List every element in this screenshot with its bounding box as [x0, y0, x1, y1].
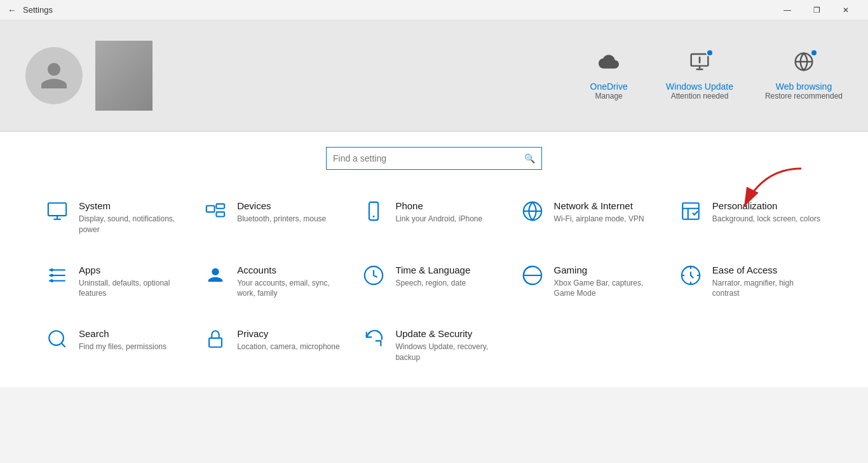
browsing-badge — [810, 49, 818, 57]
svg-point-17 — [51, 269, 53, 271]
header-shortcuts: OneDrive Manage Windows Update Attention… — [583, 52, 843, 100]
setting-item-ease[interactable]: Ease of Access Narrator, magnifier, high… — [672, 253, 830, 311]
ease-icon — [679, 265, 702, 286]
time-icon — [362, 265, 385, 286]
setting-title-update-security: Update & Security — [395, 328, 505, 339]
devices-icon — [204, 200, 227, 222]
setting-item-network[interactable]: Network & Internet Wi-Fi, airplane mode,… — [513, 189, 672, 247]
setting-title-ease: Ease of Access — [712, 265, 822, 275]
setting-title-phone: Phone — [395, 200, 482, 211]
setting-title-time: Time & Language — [395, 265, 470, 275]
profile-image — [95, 41, 153, 111]
minimize-button[interactable]: — — [773, 0, 802, 20]
setting-title-gaming: Gaming — [554, 265, 664, 275]
window-controls: — ❐ ✕ — [773, 0, 860, 20]
setting-item-search[interactable]: Search Find my files, permissions — [38, 317, 196, 375]
privacy-icon — [204, 328, 227, 350]
setting-item-update-security[interactable]: Update & Security Windows Update, recove… — [355, 317, 513, 375]
setting-desc-phone: Link your Android, iPhone — [395, 214, 482, 225]
setting-title-network: Network & Internet — [554, 200, 644, 211]
shortcut-windows-update[interactable]: Windows Update Attention needed — [666, 52, 733, 100]
search-icon — [46, 328, 69, 350]
web-browsing-title: Web browsing — [776, 81, 832, 92]
phone-icon — [362, 200, 385, 222]
svg-rect-24 — [209, 338, 222, 347]
setting-desc-gaming: Xbox Game Bar, captures, Game Mode — [554, 278, 664, 300]
shortcut-onedrive[interactable]: OneDrive Manage — [583, 52, 634, 100]
onedrive-sub: Manage — [595, 92, 622, 100]
setting-title-devices: Devices — [237, 200, 326, 211]
search-bar: 🔍 — [326, 147, 542, 170]
maximize-button[interactable]: ❐ — [802, 0, 831, 20]
windows-update-title: Windows Update — [666, 81, 733, 92]
personalization-icon — [679, 200, 702, 222]
shortcut-web-browsing[interactable]: Web browsing Restore recommended — [765, 52, 843, 100]
windows-update-sub: Attention needed — [671, 92, 729, 100]
setting-item-apps[interactable]: Apps Uninstall, defaults, optional featu… — [38, 253, 196, 311]
setting-desc-ease: Narrator, magnifier, high contrast — [712, 278, 822, 300]
setting-desc-devices: Bluetooth, printers, mouse — [237, 214, 326, 225]
apps-icon — [46, 265, 69, 286]
back-button[interactable]: ← — [8, 5, 17, 15]
update-security-icon — [362, 328, 385, 350]
setting-title-accounts: Accounts — [237, 265, 347, 275]
app-title: Settings — [23, 5, 773, 15]
setting-item-phone[interactable]: Phone Link your Android, iPhone — [355, 189, 513, 247]
setting-desc-system: Display, sound, notifications, power — [79, 214, 189, 235]
close-button[interactable]: ✕ — [831, 0, 860, 20]
setting-item-gaming[interactable]: Gaming Xbox Game Bar, captures, Game Mod… — [513, 253, 672, 311]
setting-item-privacy[interactable]: Privacy Location, camera, microphone — [196, 317, 355, 375]
setting-title-privacy: Privacy — [237, 328, 339, 339]
setting-desc-network: Wi-Fi, airplane mode, VPN — [554, 214, 644, 225]
search-input[interactable] — [327, 153, 518, 163]
onedrive-title: OneDrive — [590, 81, 628, 92]
svg-point-18 — [51, 274, 53, 276]
setting-item-accounts[interactable]: Accounts Your accounts, email, sync, wor… — [196, 253, 355, 311]
network-icon — [521, 200, 544, 222]
setting-desc-accounts: Your accounts, email, sync, work, family — [237, 278, 347, 300]
setting-title-system: System — [79, 200, 189, 211]
setting-desc-apps: Uninstall, defaults, optional features — [79, 278, 189, 300]
svg-point-23 — [49, 331, 64, 345]
windows-update-icon — [689, 52, 710, 76]
setting-item-time[interactable]: Time & Language Speech, region, date — [355, 253, 513, 311]
system-icon — [46, 200, 69, 222]
svg-rect-8 — [217, 212, 225, 216]
arrow-indicator — [731, 162, 814, 219]
setting-desc-privacy: Location, camera, microphone — [237, 342, 339, 352]
setting-title-search: Search — [79, 328, 166, 339]
svg-point-19 — [51, 280, 53, 282]
web-browsing-sub: Restore recommended — [765, 92, 843, 100]
svg-rect-6 — [207, 206, 215, 212]
search-icon[interactable]: 🔍 — [518, 153, 541, 163]
avatar — [25, 47, 83, 104]
setting-item-devices[interactable]: Devices Bluetooth, printers, mouse — [196, 189, 355, 247]
title-bar: ← Settings — ❐ ✕ — [0, 0, 868, 20]
setting-desc-search: Find my files, permissions — [79, 342, 166, 352]
onedrive-icon — [599, 52, 619, 76]
svg-rect-7 — [217, 204, 225, 209]
web-browsing-icon — [794, 52, 814, 76]
update-badge — [706, 49, 714, 57]
setting-item-system[interactable]: System Display, sound, notifications, po… — [38, 189, 196, 247]
accounts-icon — [204, 265, 227, 286]
gaming-icon — [521, 265, 544, 286]
setting-desc-time: Speech, region, date — [395, 278, 470, 289]
profile-header: OneDrive Manage Windows Update Attention… — [0, 20, 868, 132]
setting-title-apps: Apps — [79, 265, 189, 275]
svg-rect-13 — [682, 203, 699, 219]
setting-desc-update-security: Windows Update, recovery, backup — [395, 342, 505, 363]
svg-rect-3 — [48, 203, 66, 216]
